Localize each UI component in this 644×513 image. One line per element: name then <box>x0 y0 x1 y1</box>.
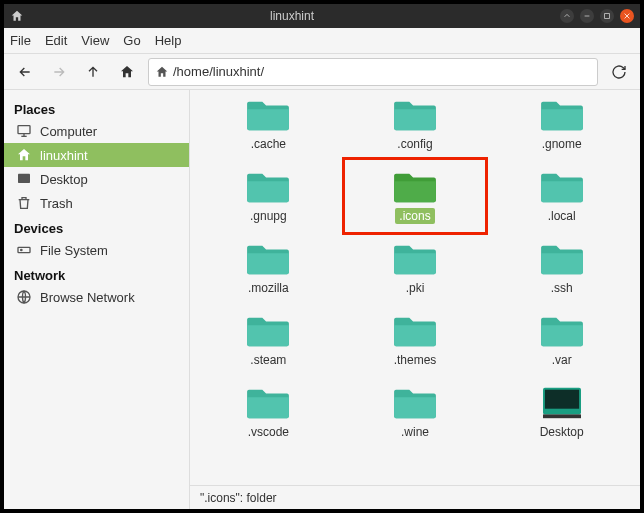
folder-label: .steam <box>246 352 290 368</box>
folder-label: .gnupg <box>246 208 291 224</box>
home-icon <box>10 9 24 23</box>
file-manager-window: linuxhint File Edit View Go Help /home/l… <box>4 4 640 509</box>
titlebar[interactable]: linuxhint <box>4 4 640 28</box>
sidebar-item-label: linuxhint <box>40 148 88 163</box>
folder-label: .vscode <box>244 424 293 440</box>
folder-item[interactable]: .vscode <box>200 378 337 446</box>
svg-rect-8 <box>18 247 30 252</box>
folder-label: .gnome <box>538 136 586 152</box>
svg-rect-12 <box>545 390 579 409</box>
forward-button[interactable] <box>46 59 72 85</box>
folder-label: .ssh <box>547 280 577 296</box>
home-button[interactable] <box>114 59 140 85</box>
sidebar-item-label: Computer <box>40 124 97 139</box>
sidebar-network-head: Network <box>4 262 189 285</box>
sidebar-item-label: Browse Network <box>40 290 135 305</box>
sidebar-item-computer[interactable]: Computer <box>4 119 189 143</box>
folder-item[interactable]: .gnome <box>493 90 630 158</box>
minimize-button[interactable] <box>580 9 594 23</box>
folder-item[interactable]: .gnupg <box>200 162 337 230</box>
sidebar-places-head: Places <box>4 96 189 119</box>
menubar: File Edit View Go Help <box>4 28 640 54</box>
menu-help[interactable]: Help <box>155 33 182 48</box>
trash-icon <box>16 195 32 211</box>
folder-item[interactable]: .wine <box>347 378 484 446</box>
svg-rect-4 <box>18 126 30 134</box>
folder-item[interactable]: .pki <box>347 234 484 302</box>
folder-item[interactable]: Desktop <box>493 378 630 446</box>
back-button[interactable] <box>12 59 38 85</box>
close-button[interactable] <box>620 9 634 23</box>
folder-item[interactable]: .icons <box>347 162 484 230</box>
menu-file[interactable]: File <box>10 33 31 48</box>
sidebar-item-trash[interactable]: Trash <box>4 191 189 215</box>
svg-rect-1 <box>605 14 610 19</box>
svg-point-9 <box>21 249 22 250</box>
svg-rect-7 <box>18 174 30 183</box>
folder-label: .themes <box>390 352 441 368</box>
menu-edit[interactable]: Edit <box>45 33 67 48</box>
folder-item[interactable]: .ssh <box>493 234 630 302</box>
sidebar-item-browse-network[interactable]: Browse Network <box>4 285 189 309</box>
up-button[interactable] <box>80 59 106 85</box>
menu-go[interactable]: Go <box>123 33 140 48</box>
folder-label: .var <box>548 352 576 368</box>
restore-button[interactable] <box>560 9 574 23</box>
folder-item[interactable]: .themes <box>347 306 484 374</box>
network-icon <box>16 289 32 305</box>
monitor-icon <box>16 123 32 139</box>
folder-label: .cache <box>247 136 290 152</box>
folder-label: .config <box>393 136 436 152</box>
path-text: /home/linuxhint/ <box>173 64 264 79</box>
path-input[interactable]: /home/linuxhint/ <box>148 58 598 86</box>
body: Places Computer linuxhint Desktop Trash … <box>4 90 640 509</box>
window-title: linuxhint <box>24 9 560 23</box>
folder-label: .mozilla <box>244 280 293 296</box>
folder-grid[interactable]: .cache.config.gnome.gnupg.icons.local.mo… <box>190 90 640 485</box>
maximize-button[interactable] <box>600 9 614 23</box>
sidebar-item-home[interactable]: linuxhint <box>4 143 189 167</box>
sidebar-item-label: Trash <box>40 196 73 211</box>
home-icon <box>16 147 32 163</box>
drive-icon <box>16 242 32 258</box>
svg-rect-13 <box>543 414 581 418</box>
sidebar: Places Computer linuxhint Desktop Trash … <box>4 90 190 509</box>
folder-item[interactable]: .config <box>347 90 484 158</box>
reload-button[interactable] <box>606 59 632 85</box>
sidebar-item-label: File System <box>40 243 108 258</box>
folder-item[interactable]: .var <box>493 306 630 374</box>
folder-item[interactable]: .cache <box>200 90 337 158</box>
path-home-icon <box>155 65 169 79</box>
folder-item[interactable]: .steam <box>200 306 337 374</box>
status-text: ".icons": folder <box>200 491 277 505</box>
window-controls <box>560 9 634 23</box>
desktop-icon <box>16 171 32 187</box>
status-bar: ".icons": folder <box>190 485 640 509</box>
sidebar-item-desktop[interactable]: Desktop <box>4 167 189 191</box>
folder-label: .icons <box>395 208 434 224</box>
sidebar-devices-head: Devices <box>4 215 189 238</box>
main-pane: .cache.config.gnome.gnupg.icons.local.mo… <box>190 90 640 509</box>
folder-label: .pki <box>402 280 429 296</box>
folder-item[interactable]: .mozilla <box>200 234 337 302</box>
folder-label: .local <box>544 208 580 224</box>
folder-label: Desktop <box>536 424 588 440</box>
sidebar-item-label: Desktop <box>40 172 88 187</box>
folder-item[interactable]: .local <box>493 162 630 230</box>
sidebar-item-filesystem[interactable]: File System <box>4 238 189 262</box>
folder-label: .wine <box>397 424 433 440</box>
menu-view[interactable]: View <box>81 33 109 48</box>
toolbar: /home/linuxhint/ <box>4 54 640 90</box>
